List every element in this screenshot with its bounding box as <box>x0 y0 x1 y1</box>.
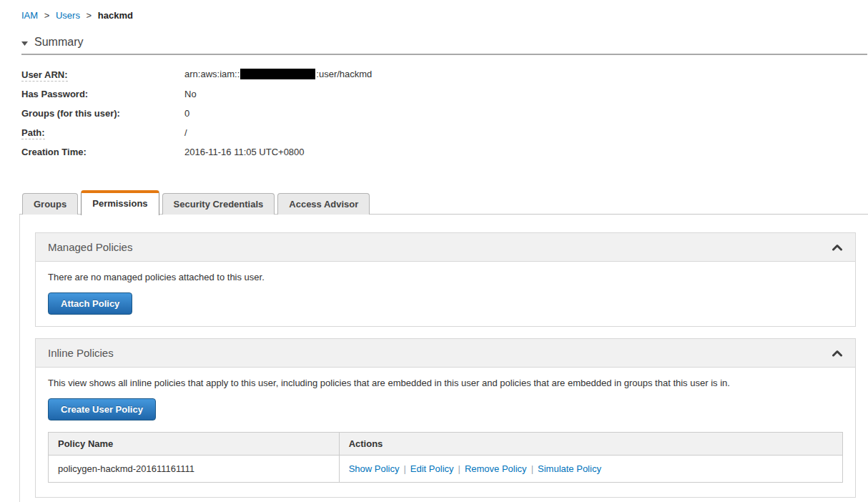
breadcrumb-separator: > <box>44 10 50 21</box>
breadcrumb-separator: > <box>87 10 92 21</box>
path-label: Path: <box>21 127 184 138</box>
inline-policies-title: Inline Policies <box>48 347 114 359</box>
redaction-box <box>240 69 315 79</box>
tab-strip: Groups Permissions Security Credentials … <box>0 190 868 215</box>
action-separator: | <box>458 463 460 474</box>
remove-policy-link[interactable]: Remove Policy <box>465 463 527 474</box>
show-policy-link[interactable]: Show Policy <box>349 463 400 474</box>
policy-name-column-header: Policy Name <box>49 433 340 456</box>
chevron-up-icon[interactable] <box>832 350 843 357</box>
groups-label: Groups (for this user): <box>21 108 184 119</box>
managed-policies-section: Managed Policies There are no managed po… <box>35 232 856 327</box>
tab-access-advisor[interactable]: Access Advisor <box>277 193 370 215</box>
summary-row-groups: Groups (for this user): 0 <box>21 104 868 123</box>
table-row: policygen-hackmd-201611161111 Show Polic… <box>49 456 843 483</box>
has-password-value: No <box>184 89 197 99</box>
policy-name-cell: policygen-hackmd-201611161111 <box>49 456 340 483</box>
iam-user-page: IAM > Users > hackmd Summary User ARN: a… <box>0 0 868 502</box>
attach-policy-button[interactable]: Attach Policy <box>48 292 132 315</box>
breadcrumb-current-user: hackmd <box>98 10 133 21</box>
managed-policies-header[interactable]: Managed Policies <box>36 233 855 262</box>
action-separator: | <box>531 463 533 474</box>
inline-policies-description: This view shows all inline policies that… <box>48 378 843 388</box>
path-value: / <box>184 127 187 138</box>
summary-row-has-password: Has Password: No <box>21 84 868 104</box>
tab-security-credentials[interactable]: Security Credentials <box>162 193 275 215</box>
has-password-label: Has Password: <box>21 89 184 99</box>
caret-down-icon <box>21 36 28 49</box>
permissions-tab-panel: Managed Policies There are no managed po… <box>19 215 868 502</box>
summary-row-user-arn: User ARN: arn:aws:iam:::user/hackmd <box>21 65 868 84</box>
managed-policies-title: Managed Policies <box>48 241 132 253</box>
arn-suffix: :user/hackmd <box>316 69 372 79</box>
actions-column-header: Actions <box>339 433 842 456</box>
simulate-policy-link[interactable]: Simulate Policy <box>538 463 601 474</box>
breadcrumb: IAM > Users > hackmd <box>0 0 868 21</box>
action-separator: | <box>403 463 405 474</box>
tab-permissions[interactable]: Permissions <box>81 190 159 215</box>
breadcrumb-link-users[interactable]: Users <box>56 10 80 21</box>
table-header-row: Policy Name Actions <box>49 433 843 456</box>
creation-time-value: 2016-11-16 11:05 UTC+0800 <box>184 147 305 157</box>
arn-prefix: arn:aws:iam:: <box>184 69 240 79</box>
summary-title: Summary <box>34 36 83 49</box>
breadcrumb-link-iam[interactable]: IAM <box>21 10 38 21</box>
managed-policies-empty-text: There are no managed policies attached t… <box>48 272 843 282</box>
summary-divider <box>21 54 867 55</box>
summary-fields: User ARN: arn:aws:iam:::user/hackmd Has … <box>21 65 868 162</box>
inline-policies-table: Policy Name Actions policygen-hackmd-201… <box>48 432 843 483</box>
create-user-policy-button[interactable]: Create User Policy <box>48 398 156 420</box>
inline-policies-section: Inline Policies This view shows all inli… <box>35 338 856 498</box>
chevron-up-icon[interactable] <box>832 244 843 251</box>
inline-policies-body: This view shows all inline policies that… <box>36 368 855 497</box>
tab-groups[interactable]: Groups <box>22 193 78 215</box>
summary-row-creation-time: Creation Time: 2016-11-16 11:05 UTC+0800 <box>21 142 868 162</box>
creation-time-label: Creation Time: <box>21 147 184 157</box>
actions-cell: Show Policy|Edit Policy|Remove Policy|Si… <box>339 456 842 483</box>
inline-policies-header[interactable]: Inline Policies <box>36 339 855 368</box>
summary-section-toggle[interactable]: Summary <box>21 36 114 49</box>
user-arn-value: arn:aws:iam:::user/hackmd <box>184 69 372 81</box>
managed-policies-body: There are no managed policies attached t… <box>36 262 855 326</box>
edit-policy-link[interactable]: Edit Policy <box>410 463 454 474</box>
groups-value: 0 <box>184 108 189 119</box>
summary-row-path: Path: / <box>21 123 868 142</box>
user-arn-label: User ARN: <box>21 69 184 80</box>
